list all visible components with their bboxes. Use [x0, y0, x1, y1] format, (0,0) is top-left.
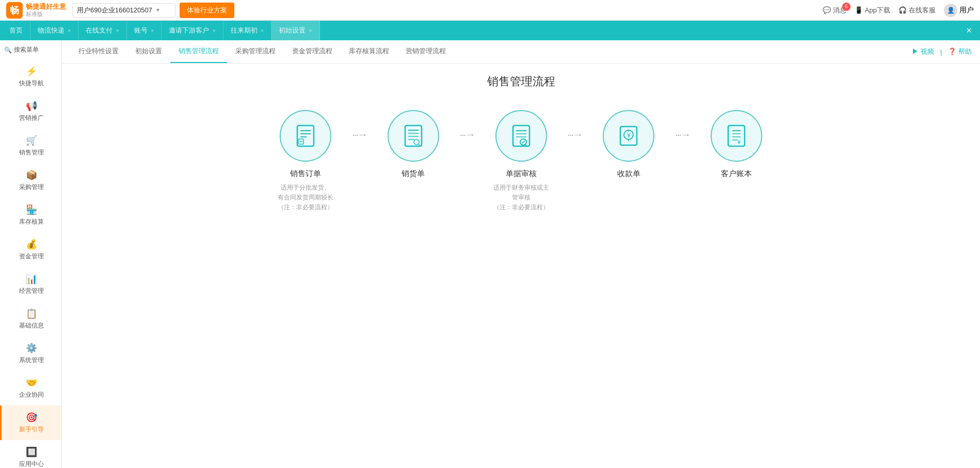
sidebar-item-purchase[interactable]: 📦 采购管理 [0, 163, 61, 198]
sidebar-item-label: 快捷导航 [19, 79, 44, 88]
gear-icon: ⚙️ [26, 342, 37, 354]
sidebar-item-quick[interactable]: ⚡ 快捷导航 [0, 59, 61, 94]
sidebar-item-label: 应用中心 [19, 460, 44, 468]
lightning-icon: ⚡ [26, 66, 37, 77]
nav-tab-payment[interactable]: 在线支付 × [78, 21, 126, 40]
page-title: 销售管理流程 [72, 74, 970, 89]
avatar: 👤 [944, 4, 957, 17]
chart-icon: 📊 [26, 273, 37, 285]
close-icon[interactable]: × [151, 27, 154, 34]
sidebar-item-label: 企业协同 [19, 391, 44, 399]
trial-button[interactable]: 体验行业方案 [180, 3, 234, 18]
nav-tab-period[interactable]: 往来期初 × [223, 21, 271, 40]
app-download-item[interactable]: 📱 App下载 [855, 6, 890, 15]
sidebar-item-enterprise[interactable]: 🤝 企业协同 [0, 371, 61, 405]
close-icon[interactable]: × [116, 27, 119, 34]
flow-step-ledger: ¥ 客户账本 [690, 110, 783, 183]
handshake-icon: 🤝 [26, 377, 37, 388]
flow-step-desc: 适用于分批发货、有合同发货周期较长（注：非必要流程） [278, 183, 333, 213]
sidebar-item-finance[interactable]: 💰 资金管理 [0, 232, 61, 267]
sub-tab-init[interactable]: 初始设置 [127, 40, 170, 63]
sub-tab-inventory-flow[interactable]: 库存核算流程 [341, 40, 397, 63]
svg-text:¥: ¥ [626, 132, 631, 139]
money-icon: 💰 [26, 239, 37, 250]
sidebar: 🔍 搜索菜单 ⚡ 快捷导航 📢 营销推广 🛒 销售管理 📦 采购管理 🏪 库存核… [0, 40, 62, 468]
close-icon[interactable]: × [212, 27, 215, 34]
sidebar-item-apps[interactable]: 🔲 应用中心 [0, 440, 61, 468]
close-icon[interactable]: × [68, 27, 71, 34]
sidebar-item-label: 库存核算 [19, 217, 44, 226]
flow-step-name: 销售订单 [290, 169, 321, 179]
question-icon: ❓ [948, 48, 956, 55]
sidebar-item-marketing[interactable]: 📢 营销推广 [0, 94, 61, 129]
logo-area: 畅 畅捷通好生意 标准版 [6, 2, 68, 19]
flow-circle-ledger: ¥ [711, 110, 762, 162]
sidebar-item-sales[interactable]: 🛒 销售管理 [0, 129, 61, 163]
sub-tabs: 行业特性设置 初始设置 销售管理流程 采购管理流程 资金管理流程 库存核算流程 [62, 40, 980, 64]
sub-tab-industry[interactable]: 行业特性设置 [70, 40, 127, 63]
svg-rect-0 [297, 126, 314, 146]
flow-step-name: 单据审核 [506, 169, 537, 179]
company-select[interactable]: 用户690企业1660120507 ▼ [72, 3, 175, 18]
message-icon: 💬 [823, 6, 831, 14]
download-icon: 📱 [855, 6, 863, 14]
online-service-item[interactable]: 🎧 在线客服 [898, 6, 936, 15]
user-label: 用户 [959, 6, 974, 15]
flow-step-sales-order: 销售订单 适用于分批发货、有合同发货周期较长（注：非必要流程） [259, 110, 352, 213]
svg-text:¥: ¥ [737, 139, 741, 145]
logo-sub: 标准版 [26, 11, 66, 18]
nav-tab-home-label: 首页 [9, 26, 23, 35]
svg-rect-13 [513, 126, 529, 146]
sub-tab-sales-flow[interactable]: 销售管理流程 [170, 40, 227, 63]
sub-tab-finance-flow[interactable]: 资金管理流程 [284, 40, 341, 63]
sidebar-item-inventory[interactable]: 🏪 库存核算 [0, 198, 61, 232]
cart-icon: 🛒 [26, 135, 37, 146]
sidebar-item-label: 新手引导 [19, 425, 44, 434]
store-icon: 🏪 [26, 204, 37, 215]
flow-circle-review [495, 110, 547, 162]
sidebar-item-guide[interactable]: 🎯 新手引导 [0, 405, 61, 440]
close-icon[interactable]: × [309, 27, 312, 34]
sidebar-item-basic[interactable]: 📋 基础信息 [0, 302, 61, 336]
flow-step-name: 收款单 [617, 169, 640, 179]
sidebar-item-operations[interactable]: 📊 经营管理 [0, 267, 61, 302]
play-icon: ▶ [912, 48, 919, 55]
sidebar-item-label: 基础信息 [19, 321, 44, 330]
flow-arrow-2: ···→ [460, 110, 475, 141]
close-all-button[interactable]: × [962, 25, 976, 36]
search-menu[interactable]: 🔍 搜索菜单 [0, 40, 61, 59]
top-bar-right: 💬 消息 6 📱 App下载 🎧 在线客服 👤 用户 [823, 4, 974, 17]
user-area[interactable]: 👤 用户 [944, 4, 974, 17]
service-label: 在线客服 [909, 6, 936, 15]
sub-tab-purchase-flow[interactable]: 采购管理流程 [227, 40, 284, 63]
box-icon: 📦 [26, 169, 37, 181]
chevron-down-icon: ▼ [155, 7, 160, 13]
video-help-btn[interactable]: ▶ 视频 [912, 47, 934, 56]
message-item[interactable]: 💬 消息 6 [823, 6, 846, 15]
nav-tab-logistics[interactable]: 物流快递 × [30, 21, 78, 40]
close-icon[interactable]: × [261, 27, 264, 34]
main-layout: 🔍 搜索菜单 ⚡ 快捷导航 📢 营销推广 🛒 销售管理 📦 采购管理 🏪 库存核… [0, 40, 980, 468]
nav-tab-payment-label: 在线支付 [86, 26, 113, 35]
sidebar-item-label: 经营管理 [19, 287, 44, 295]
sidebar-item-system[interactable]: ⚙️ 系统管理 [0, 336, 61, 371]
app-label: App下载 [865, 6, 890, 15]
nav-tab-init-label: 初始设置 [279, 26, 306, 35]
sidebar-item-label: 营销推广 [19, 114, 44, 122]
svg-rect-26 [728, 126, 745, 146]
nav-tab-account[interactable]: 账号 × [127, 21, 162, 40]
sub-tab-marketing-flow[interactable]: 营销管理流程 [397, 40, 454, 63]
search-icon: 🔍 [4, 46, 12, 54]
nav-tab-logistics-label: 物流快递 [38, 26, 65, 35]
logo-title: 畅捷通好生意 [26, 3, 66, 11]
nav-tab-init[interactable]: 初始设置 × [271, 21, 319, 40]
nav-tab-home[interactable]: 首页 [4, 21, 30, 40]
sub-tabs-right: ▶ 视频 | ❓ 帮助 [912, 47, 972, 56]
message-badge: 6 [842, 3, 850, 11]
nav-tab-invite[interactable]: 邀请下游客户 × [162, 21, 223, 40]
megaphone-icon: 📢 [26, 100, 37, 112]
help-btn[interactable]: ❓ 帮助 [948, 47, 972, 56]
flow-step-receipt: ¥ 收款单 [582, 110, 675, 183]
flow-step-name: 客户账本 [721, 169, 752, 179]
page-content: 销售管理流程 销售订单 [62, 64, 980, 468]
